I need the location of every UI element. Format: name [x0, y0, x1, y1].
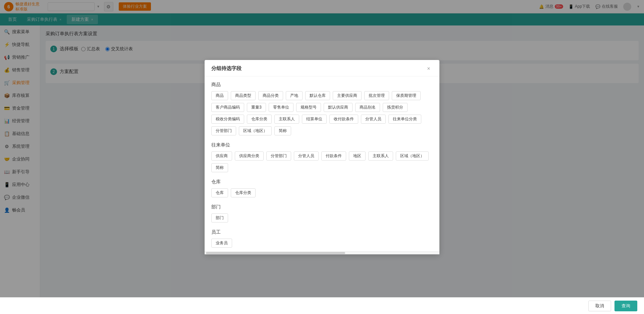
field-tag-goods-保质期管理[interactable]: 保质期管理 — [392, 91, 421, 100]
field-tag-goods-商品类型[interactable]: 商品类型 — [231, 91, 256, 100]
field-tag-goods-默认供应商[interactable]: 默认供应商 — [324, 103, 353, 112]
field-tag-department-部门[interactable]: 部门 — [211, 213, 228, 223]
confirm-button[interactable]: 查询 — [614, 301, 637, 311]
field-tag-partner-区域（地区）[interactable]: 区域（地区） — [396, 151, 429, 161]
field-section-title-partner: 往来单位 — [211, 142, 433, 148]
field-tag-goods-客户商品编码[interactable]: 客户商品编码 — [211, 103, 244, 112]
footer-bar: 取消 查询 — [0, 297, 644, 314]
field-select-modal: 分组待选字段 × 商品商品商品类型商品分类产地默认仓库主要供应商批次管理保质期管… — [205, 60, 439, 254]
field-tag-warehouse-仓库[interactable]: 仓库 — [211, 188, 228, 197]
field-tag-goods-区域（地区）[interactable]: 区域（地区） — [239, 126, 272, 135]
field-tag-goods-分管人员[interactable]: 分管人员 — [361, 115, 386, 124]
field-tag-partner-简称[interactable]: 简称 — [211, 163, 228, 172]
field-tag-warehouse-仓库分类[interactable]: 仓库分类 — [231, 188, 256, 197]
field-section-warehouse: 仓库仓库仓库分类 — [211, 179, 433, 197]
field-tag-goods-商品别名[interactable]: 商品别名 — [355, 103, 380, 112]
field-section-title-warehouse: 仓库 — [211, 179, 433, 185]
modal-horizontal-scrollbar[interactable] — [205, 251, 439, 254]
cancel-button[interactable]: 取消 — [588, 301, 611, 311]
field-tag-goods-往来单位分类[interactable]: 往来单位分类 — [388, 115, 421, 124]
field-tag-goods-规格型号[interactable]: 规格型号 — [296, 103, 321, 112]
modal-title: 分组待选字段 — [211, 65, 241, 72]
field-tag-goods-商品[interactable]: 商品 — [211, 91, 228, 100]
field-tags-warehouse: 仓库仓库分类 — [211, 188, 433, 197]
field-section-title-department: 部门 — [211, 204, 433, 210]
field-tag-goods-税收分类编码[interactable]: 税收分类编码 — [211, 115, 244, 124]
field-tag-partner-分管人员[interactable]: 分管人员 — [294, 151, 319, 161]
modal-header: 分组待选字段 × — [205, 60, 439, 76]
field-section-goods: 商品商品商品类型商品分类产地默认仓库主要供应商批次管理保质期管理客户商品编码重量… — [211, 82, 433, 135]
field-tag-partner-供应商[interactable]: 供应商 — [211, 151, 232, 161]
scrollbar-thumb — [206, 252, 345, 254]
field-tag-goods-简称[interactable]: 简称 — [274, 126, 291, 135]
field-tag-partner-地区[interactable]: 地区 — [349, 151, 366, 161]
field-tags-department: 部门 — [211, 213, 433, 223]
field-tag-partner-付款条件[interactable]: 付款条件 — [321, 151, 346, 161]
field-tag-goods-产地[interactable]: 产地 — [286, 91, 303, 100]
modal-overlay: 分组待选字段 × 商品商品商品类型商品分类产地默认仓库主要供应商批次管理保质期管… — [0, 0, 644, 314]
field-tag-goods-分管部门[interactable]: 分管部门 — [211, 126, 236, 135]
modal-close-button[interactable]: × — [425, 65, 433, 73]
field-tag-partner-主联系人[interactable]: 主联系人 — [368, 151, 393, 161]
field-section-title-goods: 商品 — [211, 82, 433, 88]
field-section-department: 部门部门 — [211, 204, 433, 223]
field-section-partner: 往来单位供应商供应商分类分管部门分管人员付款条件地区主联系人区域（地区）简称 — [211, 142, 433, 172]
field-tag-partner-供应商分类[interactable]: 供应商分类 — [235, 151, 264, 161]
field-tag-goods-批次管理[interactable]: 批次管理 — [364, 91, 389, 100]
field-tag-employee-业务员[interactable]: 业务员 — [211, 239, 232, 248]
field-tag-goods-重量3[interactable]: 重量3 — [247, 103, 266, 112]
field-tag-goods-主要供应商[interactable]: 主要供应商 — [333, 91, 362, 100]
field-tag-goods-主联系人[interactable]: 主联系人 — [274, 115, 299, 124]
field-tags-partner: 供应商供应商分类分管部门分管人员付款条件地区主联系人区域（地区）简称 — [211, 151, 433, 172]
field-tag-goods-商品分类[interactable]: 商品分类 — [258, 91, 283, 100]
modal-body[interactable]: 商品商品商品类型商品分类产地默认仓库主要供应商批次管理保质期管理客户商品编码重量… — [205, 76, 439, 252]
field-tags-employee: 业务员 — [211, 239, 433, 248]
field-tag-goods-仓库分类[interactable]: 仓库分类 — [247, 115, 272, 124]
field-section-title-employee: 员工 — [211, 229, 433, 235]
field-tag-goods-结算单位[interactable]: 结算单位 — [302, 115, 327, 124]
field-tag-partner-分管部门[interactable]: 分管部门 — [266, 151, 291, 161]
field-section-employee: 员工业务员 — [211, 229, 433, 248]
field-tag-goods-零售单位[interactable]: 零售单位 — [269, 103, 293, 112]
field-tag-goods-默认仓库[interactable]: 默认仓库 — [305, 91, 330, 100]
field-tags-goods: 商品商品类型商品分类产地默认仓库主要供应商批次管理保质期管理客户商品编码重量3零… — [211, 91, 433, 135]
field-tag-goods-收付款条件[interactable]: 收付款条件 — [329, 115, 358, 124]
field-tag-goods-拣货积分[interactable]: 拣货积分 — [383, 103, 408, 112]
